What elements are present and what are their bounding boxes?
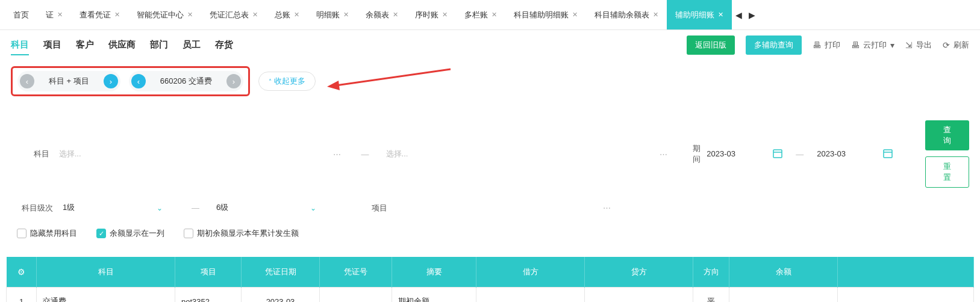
cell-debit <box>476 288 585 303</box>
filter-form: 科目 选择... ⋯ — 选择... ⋯ 期间 2023-03 — 2023-0… <box>0 102 980 257</box>
column-settings[interactable]: ⚙ <box>7 257 37 288</box>
pill-subject-project[interactable]: ‹ 科目 + 项目 › <box>17 71 120 91</box>
close-icon[interactable]: ✕ <box>114 11 120 19</box>
close-icon[interactable]: ✕ <box>653 11 658 19</box>
back-to-old-button[interactable]: 返回旧版 <box>687 35 735 55</box>
cell-subject: 交通费 <box>37 288 175 303</box>
svg-line-0 <box>336 69 451 85</box>
cell-voucher-no <box>320 288 392 303</box>
highlight-annotation: ‹ 科目 + 项目 › ‹ 660206 交通费 › <box>11 66 250 96</box>
ellipsis-icon[interactable]: ⋯ <box>329 150 345 159</box>
svg-rect-2 <box>773 150 782 158</box>
chevron-right-icon[interactable]: › <box>226 74 241 88</box>
refresh-button[interactable]: ⟳ 刷新 <box>943 40 969 51</box>
tab-subject-aux-detail[interactable]: 科目辅助明细账 ✕ <box>505 0 586 29</box>
chevron-down-icon[interactable]: ⌄ <box>145 204 175 212</box>
cloud-print-button[interactable]: 🖶 云打印 ▾ <box>851 40 894 51</box>
close-icon[interactable]: ✕ <box>442 11 448 19</box>
tab-label: 总账 <box>275 10 290 20</box>
checkbox-label: 隐藏禁用科目 <box>30 228 77 239</box>
period-from-input[interactable]: 2023-03 <box>707 147 767 161</box>
ellipsis-icon[interactable]: ⋯ <box>599 203 614 212</box>
tab-journal[interactable]: 序时账 ✕ <box>407 0 456 29</box>
tab-label: 多栏账 <box>464 10 488 20</box>
subject-label: 科目 <box>11 149 49 159</box>
result-table: ⚙ 科目 项目 凭证日期 凭证号 摘要 借方 贷方 方向 余额 1 交通费 po… <box>0 257 980 302</box>
dim-supplier[interactable]: 供应商 <box>108 35 136 55</box>
reset-button[interactable]: 重置 <box>925 156 969 188</box>
tab-label: 证 <box>46 10 54 20</box>
multi-aux-query-button[interactable]: 多辅助查询 <box>746 35 802 55</box>
col-credit: 贷方 <box>585 257 693 288</box>
dim-inventory[interactable]: 存货 <box>215 35 233 55</box>
close-icon[interactable]: ✕ <box>718 11 723 19</box>
close-icon[interactable]: ✕ <box>187 11 193 19</box>
pill-account-660206[interactable]: ‹ 660206 交通费 › <box>129 71 243 91</box>
close-icon[interactable]: ✕ <box>572 11 578 19</box>
level-to-select[interactable]: 6级 <box>216 200 289 216</box>
refresh-label: 刷新 <box>953 40 969 51</box>
chevron-down-icon[interactable]: ⌄ <box>298 204 328 212</box>
tab-voucher[interactable]: 证 ✕ <box>37 0 71 29</box>
tab-view-voucher[interactable]: 查看凭证 ✕ <box>71 0 128 29</box>
printer-icon: 🖶 <box>813 40 821 50</box>
close-icon[interactable]: ✕ <box>343 11 349 19</box>
tab-detail-ledger[interactable]: 明细账 ✕ <box>308 0 357 29</box>
tab-subject-aux-balance[interactable]: 科目辅助余额表 ✕ <box>586 0 667 29</box>
tab-aux-detail-ledger[interactable]: 辅助明细账 ✕ <box>667 0 732 29</box>
dim-subject[interactable]: 科目 <box>11 35 29 55</box>
project-select[interactable] <box>397 205 590 211</box>
chevron-right-icon[interactable]: › <box>104 74 118 88</box>
close-icon[interactable]: ✕ <box>294 11 299 19</box>
dim-employee[interactable]: 员工 <box>183 35 201 55</box>
col-balance: 余额 <box>729 257 838 288</box>
export-icon: ⇲ <box>905 40 913 50</box>
tab-balance-sheet[interactable]: 余额表 ✕ <box>357 0 407 29</box>
collapse-more-button[interactable]: ˄ 收起更多 <box>258 72 316 91</box>
tab-label: 凭证汇总表 <box>210 10 249 20</box>
close-icon[interactable]: ✕ <box>252 11 258 19</box>
tab-scroll-left[interactable]: ◀ <box>732 10 745 20</box>
dim-customer[interactable]: 客户 <box>76 35 94 55</box>
export-button[interactable]: ⇲ 导出 <box>905 40 932 51</box>
checkbox-row: 隐藏禁用科目 ✓ 余额显示在一列 期初余额显示本年累计发生额 <box>11 228 969 239</box>
dim-project[interactable]: 项目 <box>43 35 61 55</box>
opening-ytd-checkbox[interactable]: 期初余额显示本年累计发生额 <box>184 228 299 239</box>
level-from-select[interactable]: 1级 <box>63 200 135 216</box>
tab-voucher-summary[interactable]: 凭证汇总表 ✕ <box>201 0 266 29</box>
tab-multi-column[interactable]: 多栏账 ✕ <box>456 0 505 29</box>
dim-department[interactable]: 部门 <box>150 35 168 55</box>
hide-disabled-checkbox[interactable]: 隐藏禁用科目 <box>17 228 77 239</box>
tab-smart-voucher-center[interactable]: 智能凭证中心 ✕ <box>128 0 201 29</box>
print-label: 打印 <box>825 40 840 51</box>
chevron-left-icon[interactable]: ‹ <box>20 74 34 88</box>
table-row[interactable]: 1 交通费 pot3352 2023-03 期初余额 平 <box>7 288 974 303</box>
calendar-icon[interactable] <box>883 149 893 160</box>
chevron-left-icon[interactable]: ‹ <box>131 74 146 88</box>
subject-from-select[interactable]: 选择... <box>59 146 167 162</box>
cell-credit <box>585 288 693 303</box>
balance-one-col-checkbox[interactable]: ✓ 余额显示在一列 <box>96 228 164 239</box>
query-button[interactable]: 查询 <box>925 120 969 150</box>
tab-scroll-right[interactable]: ▶ <box>745 10 758 20</box>
close-icon[interactable]: ✕ <box>393 11 398 19</box>
print-button[interactable]: 🖶 打印 <box>813 40 840 51</box>
col-direction: 方向 <box>693 257 729 288</box>
chevron-down-icon: ▾ <box>890 40 894 50</box>
calendar-icon[interactable] <box>773 149 782 160</box>
tab-label: 首页 <box>13 10 29 20</box>
toolbar-actions: 返回旧版 多辅助查询 🖶 打印 🖶 云打印 ▾ ⇲ 导出 ⟳ 刷新 <box>687 35 969 55</box>
subject-to-select[interactable]: 选择... <box>386 146 495 162</box>
ellipsis-icon[interactable]: ⋯ <box>656 150 671 159</box>
period-to-input[interactable]: 2023-03 <box>817 147 877 161</box>
level-label: 科目级次 <box>11 203 53 214</box>
close-icon[interactable]: ✕ <box>57 11 63 19</box>
tab-strip: 首页 证 ✕ 查看凭证 ✕ 智能凭证中心 ✕ 凭证汇总表 ✕ 总账 ✕ 明细账 … <box>0 0 980 30</box>
cloud-print-label: 云打印 <box>863 40 887 51</box>
tab-label: 科目辅助明细账 <box>514 10 569 20</box>
close-icon[interactable]: ✕ <box>492 11 497 19</box>
tab-general-ledger[interactable]: 总账 ✕ <box>266 0 308 29</box>
project-label: 项目 <box>372 203 387 214</box>
checkbox-icon <box>17 229 27 238</box>
tab-home[interactable]: 首页 <box>5 0 37 29</box>
